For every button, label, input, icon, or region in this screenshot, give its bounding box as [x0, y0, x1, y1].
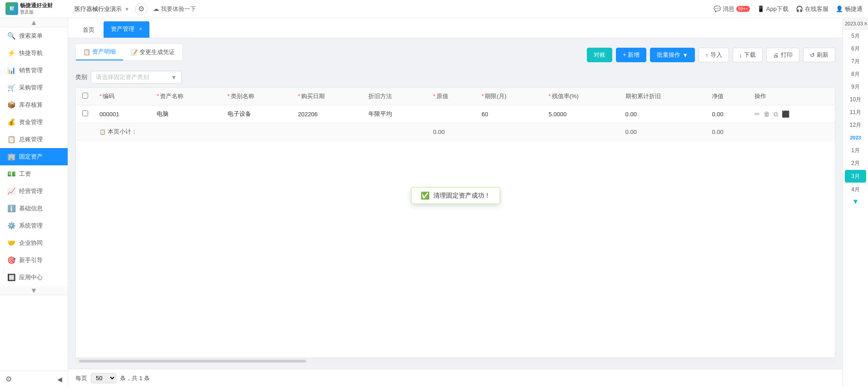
tab-close-icon[interactable]: × — [139, 25, 143, 32]
subtotal-label-cell: 📋 本页小计： — [94, 123, 363, 141]
content-area: 首页 资产管理 × 📋 资产明细 📝 变更生成凭证 — [68, 18, 843, 387]
sidebar-item-quick-nav[interactable]: ⚡ 快捷导航 — [0, 45, 68, 62]
calendar-month-8[interactable]: 8月 — [843, 68, 868, 80]
calendar-month-6[interactable]: 6月 — [843, 42, 868, 55]
refresh-button[interactable]: ↺ 刷新 — [803, 48, 835, 62]
sidebar-item-fixed-assets[interactable]: 🏢 固定资产 — [0, 148, 68, 165]
experience-button[interactable]: ☁ 我要体验一下 — [153, 5, 196, 13]
sidebar-settings-icon[interactable]: ⚙ — [5, 375, 12, 383]
quick-nav-icon: ⚡ — [7, 49, 15, 57]
sidebar-label-payroll: 工资 — [19, 170, 31, 178]
sidebar-item-inventory[interactable]: 📦 库存核算 — [0, 96, 68, 114]
company-name: 医疗器械行业演示 — [74, 5, 122, 13]
calendar-month-5[interactable]: 5月 — [843, 30, 868, 42]
app-download-button[interactable]: 📱 App下载 — [757, 5, 789, 13]
user-menu[interactable]: 👤 畅捷通 — [836, 5, 863, 13]
company-selector[interactable]: 医疗器械行业演示 ▼ — [74, 5, 129, 13]
print-button[interactable]: 🖨 打印 — [766, 48, 799, 62]
row-checkbox[interactable] — [82, 110, 88, 116]
cooperation-icon: 🤝 — [7, 239, 15, 247]
total-label: 条，共 1 条 — [120, 374, 150, 382]
row-checkbox-cell[interactable] — [76, 105, 94, 123]
table-scrollbar[interactable] — [75, 358, 835, 363]
th-original-value: *原值 — [428, 88, 476, 105]
calendar-month-4[interactable]: 4月 — [843, 183, 868, 196]
calendar-month-9[interactable]: 9月 — [843, 80, 868, 93]
more-icon[interactable]: ⬛ — [782, 110, 789, 118]
new-button[interactable]: + 新增 — [616, 48, 646, 62]
th-operation: 操作 — [749, 88, 835, 105]
calendar-month-11[interactable]: 11月 — [843, 106, 868, 119]
sidebar-item-ledger[interactable]: 📋 总账管理 — [0, 131, 68, 148]
calendar-nav-down[interactable]: ▼ — [843, 196, 868, 208]
cell-period: 60 — [476, 105, 543, 123]
cell-residual-rate: 5.0000 — [543, 105, 620, 123]
th-name: *资产名称 — [151, 88, 222, 105]
th-initial-accumulated: 期初累计折旧 — [620, 88, 707, 105]
calendar-panel: 2023.03 × ⤢ 5月 6月 7月 8月 9月 10月 11月 12月 2… — [843, 18, 868, 387]
calendar-month-7[interactable]: 7月 — [843, 55, 868, 68]
sidebar-item-search[interactable]: 🔍 搜索菜单 — [0, 27, 68, 45]
reconcile-button[interactable]: 对账 — [587, 48, 612, 62]
tab-home[interactable]: 首页 — [75, 22, 102, 38]
import-icon: ↑ — [705, 52, 709, 59]
page-content: 📋 资产明细 📝 变更生成凭证 对账 + 新增 — [68, 38, 843, 369]
sidebar-item-purchase[interactable]: 🛒 采购管理 — [0, 79, 68, 96]
sub-tab-asset-detail[interactable]: 📋 资产明细 — [76, 44, 123, 60]
calendar-down-icon[interactable]: ▼ — [852, 198, 859, 206]
per-page-select[interactable]: 50 100 — [91, 373, 116, 383]
sidebar-scroll-down[interactable]: ▼ — [0, 286, 68, 295]
sidebar-item-guide[interactable]: 🎯 新手引导 — [0, 252, 68, 269]
import-button[interactable]: ↑ 导入 — [699, 48, 729, 62]
calendar-month-2[interactable]: 2月 — [843, 157, 868, 169]
sidebar-item-sales[interactable]: 📊 销售管理 — [0, 62, 68, 79]
purchase-icon: 🛒 — [7, 84, 15, 92]
subtotal-original: 0.00 — [428, 123, 476, 141]
sidebar-item-system[interactable]: ⚙️ 系统管理 — [0, 217, 68, 234]
ledger-icon: 📋 — [7, 135, 15, 144]
copy-icon[interactable]: ⧉ — [774, 110, 778, 118]
table-header-row: *编码 *资产名称 *类别名称 *购买日期 折旧方法 *原值 *期限(月) *残… — [76, 88, 835, 105]
calendar-month-10[interactable]: 10月 — [843, 93, 868, 106]
cloud-icon: ☁ — [153, 5, 159, 12]
delete-icon[interactable]: 🗑 — [764, 110, 770, 118]
select-all-checkbox[interactable] — [82, 93, 88, 99]
category-select[interactable]: 请选择固定资产类别 ▼ — [91, 71, 182, 84]
batch-button[interactable]: 批量操作 ▼ — [650, 48, 695, 62]
per-page-label: 每页 — [75, 374, 87, 382]
sub-tab-change-voucher[interactable]: 📝 变更生成凭证 — [123, 45, 182, 60]
settings-button[interactable]: ⚙ — [135, 3, 148, 15]
calendar-month-3-current[interactable]: 3月 — [845, 170, 866, 183]
sidebar-label-funds: 资金管理 — [19, 118, 43, 126]
cell-operation: ✏ 🗑 ⧉ ⬛ — [749, 105, 835, 123]
sidebar-item-funds[interactable]: 💰 资金管理 — [0, 114, 68, 131]
sidebar-collapse-icon[interactable]: ◀ — [57, 376, 62, 383]
cell-net-value: 0.00 — [706, 105, 749, 123]
online-service-button[interactable]: 🎧 在线客服 — [796, 5, 828, 13]
edit-icon[interactable]: ✏ — [754, 110, 760, 118]
sidebar-item-basic-info[interactable]: ℹ️ 基础信息 — [0, 200, 68, 217]
sidebar-item-management[interactable]: 📈 经营管理 — [0, 183, 68, 200]
select-all-header[interactable] — [76, 88, 94, 105]
sidebar-label-quick-nav: 快捷导航 — [19, 49, 43, 57]
sidebar-item-payroll[interactable]: 💵 工资 — [0, 165, 68, 183]
message-button[interactable]: 💬 消息 99++ — [714, 5, 750, 13]
top-bar-right: 💬 消息 99++ 📱 App下载 🎧 在线客服 👤 畅捷通 — [714, 5, 863, 13]
sidebar-item-app-center[interactable]: 🔲 应用中心 — [0, 269, 68, 286]
calendar-month-1[interactable]: 1月 — [843, 144, 868, 157]
payroll-icon: 💵 — [7, 170, 15, 178]
subtotal-method — [363, 123, 427, 141]
sidebar-scroll-up[interactable]: ▲ — [0, 18, 68, 27]
sidebar-label-cooperation: 企业协同 — [19, 239, 43, 247]
download-button[interactable]: ↓ 下载 — [733, 48, 763, 62]
sidebar-item-cooperation[interactable]: 🤝 企业协同 — [0, 234, 68, 252]
sales-icon: 📊 — [7, 66, 15, 74]
fixed-assets-icon: 🏢 — [7, 153, 15, 161]
batch-chevron-icon: ▼ — [682, 52, 688, 59]
tab-asset-management[interactable]: 资产管理 × — [104, 21, 149, 38]
scrollbar-thumb[interactable] — [79, 360, 306, 362]
top-bar: 财 畅捷通好业财 普及版 医疗器械行业演示 ▼ ⚙ ☁ 我要体验一下 💬 消息 … — [0, 0, 868, 18]
toolbar: 对账 + 新增 批量操作 ▼ ↑ 导入 ↓ 下载 — [587, 48, 835, 62]
calendar-close-button[interactable]: × — [863, 20, 868, 27]
calendar-month-12[interactable]: 12月 — [843, 119, 868, 131]
